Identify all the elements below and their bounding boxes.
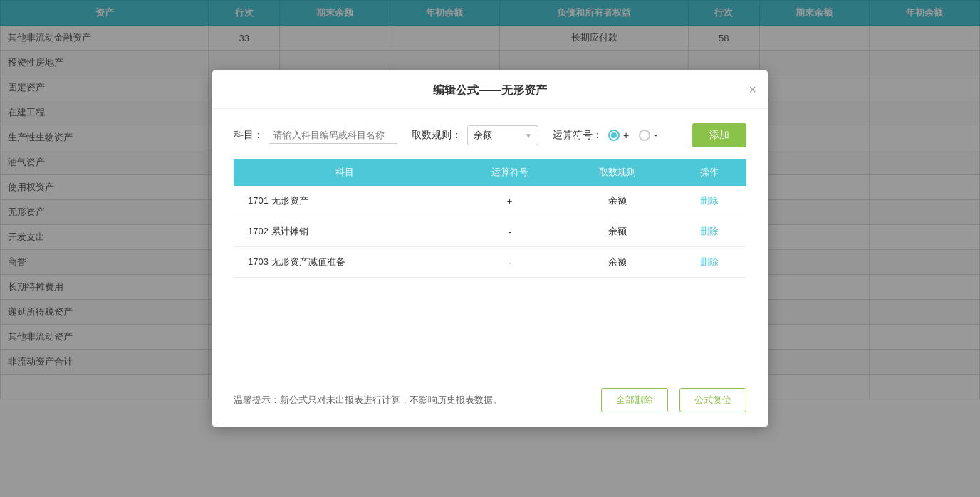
subject-label: 科目： [234,129,264,142]
rule-select[interactable]: 余额 ▼ [467,125,538,145]
delete-all-button[interactable]: 全部删除 [601,388,668,412]
radio-minus[interactable]: - [639,130,657,141]
radio-plus-circle [608,130,620,141]
dropdown-arrow-icon: ▼ [525,132,532,140]
footer-tip-text: 温馨提示：新公式只对未出报表进行计算，不影响历史报表数据。 [234,394,502,407]
delete-button-1[interactable]: 删除 [700,226,719,236]
row-subject-0: 1701 无形资产 [234,186,456,216]
add-button[interactable]: 添加 [692,123,746,147]
radio-minus-label: - [654,130,657,141]
radio-minus-circle [639,130,650,141]
subject-group: 科目： [234,127,397,144]
rule-label: 取数规则： [412,129,462,142]
col-header-rule: 取数规则 [563,159,672,186]
modal-close-button[interactable]: × [749,83,756,96]
row-rule-0: 余额 [563,186,672,216]
rule-select-value: 余额 [474,129,521,142]
col-header-subject: 科目 [234,159,456,186]
modal-footer: 温馨提示：新公式只对未出报表进行计算，不影响历史报表数据。 全部删除 公式复位 [212,374,768,427]
table-header-row: 科目 运算符号 取数规则 操作 [234,159,746,186]
delete-button-2[interactable]: 删除 [700,256,719,267]
col-header-operator: 运算符号 [456,159,564,186]
reset-formula-button[interactable]: 公式复位 [679,388,746,412]
operator-radio-group: + - [608,130,657,141]
operator-group: 运算符号： + - [553,129,657,142]
modal-dialog: 编辑公式——无形资产 × 科目： 取数规则： 余额 ▼ 运算符号： [212,70,768,427]
row-operator-1: - [456,216,564,247]
row-subject-2: 1703 无形资产减值准备 [234,247,456,278]
subject-input[interactable] [269,127,397,144]
operator-label: 运算符号： [553,129,603,142]
modal-table-wrapper: 科目 运算符号 取数规则 操作 1701 无形资产 + 余额 删除 1702 累… [212,159,768,367]
table-row: 1702 累计摊销 - 余额 删除 [234,216,746,247]
row-subject-1: 1702 累计摊销 [234,216,456,247]
rule-group: 取数规则： 余额 ▼ [412,125,538,145]
modal-title: 编辑公式——无形资产 [433,84,547,96]
radio-plus[interactable]: + [608,130,629,141]
row-rule-1: 余额 [563,216,672,247]
footer-buttons: 全部删除 公式复位 [601,388,746,412]
delete-button-0[interactable]: 删除 [700,195,719,206]
modal-form-row: 科目： 取数规则： 余额 ▼ 运算符号： + [212,109,768,159]
row-operator-2: - [456,247,564,278]
radio-plus-label: + [623,130,629,141]
formula-table: 科目 运算符号 取数规则 操作 1701 无形资产 + 余额 删除 1702 累… [234,159,746,278]
modal-overlay: 编辑公式——无形资产 × 科目： 取数规则： 余额 ▼ 运算符号： [0,0,980,497]
modal-header: 编辑公式——无形资产 × [212,70,768,109]
col-header-action: 操作 [672,159,746,186]
row-rule-2: 余额 [563,247,672,278]
row-operator-0: + [456,186,564,216]
table-row: 1703 无形资产减值准备 - 余额 删除 [234,247,746,278]
table-row: 1701 无形资产 + 余额 删除 [234,186,746,216]
